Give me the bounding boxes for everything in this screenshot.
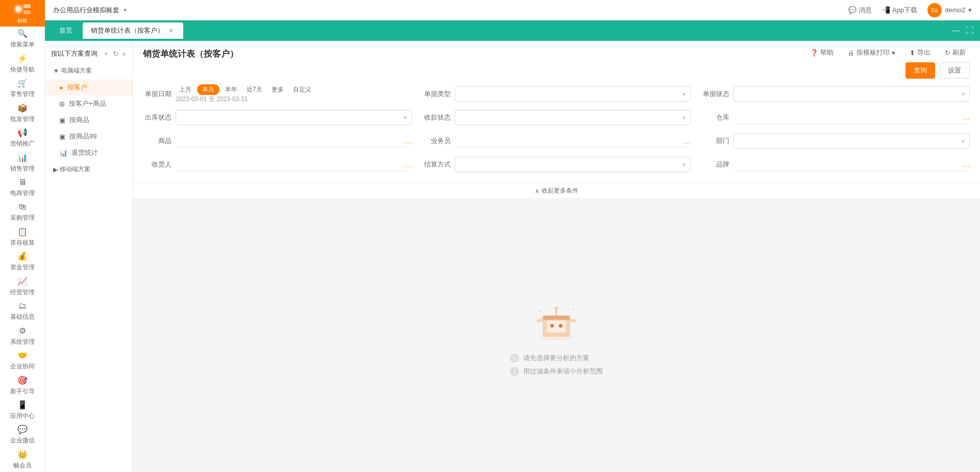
app-logo: 标账: [0, 0, 45, 27]
svg-point-11: [559, 324, 562, 327]
sidebar-item-basics[interactable]: 🗂 基础信息: [0, 299, 45, 323]
refresh-btn[interactable]: ↻ 刷新: [941, 46, 970, 59]
date-btn-last7[interactable]: 近7天: [243, 84, 266, 95]
receive-status-control[interactable]: ▾: [455, 110, 691, 125]
ecommerce-icon: 🖥: [18, 178, 27, 187]
svg-point-13: [555, 306, 558, 310]
scheme-return-stat[interactable]: 📊 退货统计: [45, 145, 132, 161]
settle-method-field: 结算方式 ▾: [422, 155, 691, 174]
help-btn[interactable]: ❓ 帮助: [806, 46, 838, 59]
tab-bar: 首页 销货单统计表（按客户） ✕ — ⛶: [45, 20, 980, 41]
mobile-section-label: 移动端方案: [60, 165, 90, 174]
search-icon: 🔍: [17, 29, 28, 38]
empty-tip-2: 2 用过滤条件来缩小分析范围: [510, 367, 603, 376]
sidebar-item-quick-nav[interactable]: ⚡ 快捷导航: [0, 52, 45, 76]
tab-maximize-icon[interactable]: ⛶: [966, 26, 974, 35]
tab-home[interactable]: 首页: [51, 22, 81, 39]
scheme-by-goods[interactable]: ▣ 按商品: [45, 112, 132, 128]
svg-point-16: [538, 311, 540, 312]
date-control: 上月 本月 本年 近7天 更多 自定义 2023-03-01 至 2023-03…: [176, 84, 412, 104]
scheme-return-stat-label: 退货统计: [71, 148, 98, 157]
date-btn-last-month[interactable]: 上月: [176, 84, 195, 95]
sidebar-item-search[interactable]: 🔍 搜索菜单: [0, 27, 45, 51]
sidebar-item-label: 零售管理: [10, 90, 35, 99]
sidebar-item-app-center[interactable]: 📱 应用中心: [0, 398, 45, 422]
settle-method-label: 结算方式: [422, 160, 451, 169]
goods-control[interactable]: …: [176, 135, 412, 148]
sidebar-item-retail[interactable]: 🛒 零售管理: [0, 76, 45, 101]
app-download-btn[interactable]: 📲 App下载: [882, 6, 917, 15]
out-status-field: 出库状态 ▾: [143, 108, 412, 127]
doc-status-control[interactable]: ▾: [733, 86, 970, 102]
settings-btn[interactable]: 设置: [939, 62, 970, 79]
tab-minimize-icon[interactable]: —: [951, 26, 960, 35]
dropdown-icon[interactable]: ▾: [124, 6, 127, 14]
sidebar-item-purchase[interactable]: 🛍 采购管理: [0, 200, 45, 224]
salesperson-label: 业务员: [422, 136, 451, 146]
sidebar-item-inventory[interactable]: 📋 库存核算: [0, 225, 45, 249]
sidebar-item-label: 搜索菜单: [10, 40, 35, 49]
goods-field: 商品 …: [143, 132, 412, 150]
sidebar-item-member[interactable]: 👑 畅会员: [0, 447, 45, 472]
mobile-section-header[interactable]: ▶ 移动端方案: [45, 161, 132, 178]
doc-type-control[interactable]: ▾: [455, 86, 691, 102]
sidebar-item-ecommerce[interactable]: 🖥 电商管理: [0, 175, 45, 200]
sidebar-item-operations[interactable]: 📈 经营管理: [0, 274, 45, 299]
add-scheme-icon[interactable]: ＋: [103, 49, 110, 58]
date-btn-this-year[interactable]: 本年: [222, 84, 241, 95]
refresh-scheme-icon[interactable]: ↻: [113, 50, 119, 58]
empty-tip-1: 1 请先选择要分析的方案: [510, 353, 603, 363]
tab-close-icon[interactable]: ✕: [167, 27, 175, 35]
sidebar-item-sales-mgmt[interactable]: 📊 销售管理: [0, 150, 45, 175]
sidebar-item-wechat[interactable]: 💬 企业微信: [0, 422, 45, 447]
out-status-control[interactable]: ▾: [176, 110, 412, 125]
refresh-label: 刷新: [952, 48, 966, 57]
query-btn[interactable]: 查询: [905, 62, 935, 79]
sidebar-item-wholesale[interactable]: 📦 批发管理: [0, 101, 45, 125]
sidebar-item-finance[interactable]: 💰 资金管理: [0, 249, 45, 274]
finance-icon: 💰: [17, 251, 28, 261]
scheme-by-customer-goods[interactable]: ⊞ 按客户+商品: [45, 96, 132, 112]
scheme-by-goods-99-label: 按商品99: [69, 132, 96, 141]
dept-control[interactable]: ▾: [733, 133, 970, 149]
desktop-section-header[interactable]: ▼ 电脑端方案: [45, 62, 132, 79]
sidebar-item-marketing[interactable]: 📢 营销推广: [0, 126, 45, 150]
export-btn[interactable]: ⬆ 导出: [905, 46, 935, 59]
svg-point-10: [551, 324, 553, 327]
scheme-by-goods-label: 按商品: [69, 115, 89, 125]
sidebar-item-newbie[interactable]: 🎯 新手引导: [0, 373, 45, 397]
scheme-by-goods-99[interactable]: ▣ 按商品99: [45, 128, 132, 145]
receiver-control[interactable]: …: [176, 158, 412, 171]
sidebar-item-system[interactable]: ⚙ 系统管理: [0, 323, 45, 348]
message-btn[interactable]: 💬 消息: [848, 6, 872, 15]
receiver-more-icon[interactable]: …: [405, 160, 412, 169]
user-menu[interactable]: Ea demo2 ▾: [927, 3, 972, 17]
tab-home-label: 首页: [59, 26, 72, 35]
doc-type-label: 单据类型: [422, 89, 451, 99]
collapse-bar[interactable]: ∧ 收起更多条件: [133, 183, 980, 198]
sidebar-item-enterprise[interactable]: 🤝 企业协同: [0, 348, 45, 373]
tab-sales-stat[interactable]: 销货单统计表（按客户） ✕: [83, 22, 183, 39]
warehouse-control[interactable]: …: [733, 111, 970, 124]
goods-more-icon[interactable]: …: [405, 137, 412, 145]
chart-icon: 📊: [59, 149, 67, 157]
salesperson-control[interactable]: …: [455, 135, 691, 148]
date-field-label: 单据日期: [143, 89, 172, 99]
brand-control[interactable]: …: [733, 158, 970, 171]
svg-rect-6: [543, 316, 570, 320]
sec-sidebar-scheme-header[interactable]: 按以下方案查询 ＋ ↻ «: [45, 45, 132, 62]
date-btn-more[interactable]: 更多: [268, 84, 287, 95]
date-btn-this-month[interactable]: 本月: [197, 84, 219, 95]
collapse-scheme-icon[interactable]: «: [122, 50, 126, 58]
filter-row-3: 商品 … 业务员 …: [143, 132, 970, 150]
filter-section: 单据日期 上月 本月 本年 近7天 更多 自定义 2023-03-01 至 20…: [133, 79, 980, 183]
scheme-by-customer[interactable]: ● 按客户: [45, 79, 132, 96]
salesperson-more-icon[interactable]: …: [683, 137, 691, 145]
brand-more-icon[interactable]: …: [963, 160, 970, 169]
app-download-label: App下载: [892, 6, 917, 15]
warehouse-more-icon[interactable]: …: [963, 113, 970, 122]
settle-method-control[interactable]: ▾: [455, 157, 691, 172]
secondary-sidebar: 按以下方案查询 ＋ ↻ « ▼ 电脑端方案: [45, 41, 133, 472]
print-btn[interactable]: 🖨 按模板打印 ▾: [844, 46, 899, 59]
date-btn-custom[interactable]: 自定义: [289, 84, 315, 95]
